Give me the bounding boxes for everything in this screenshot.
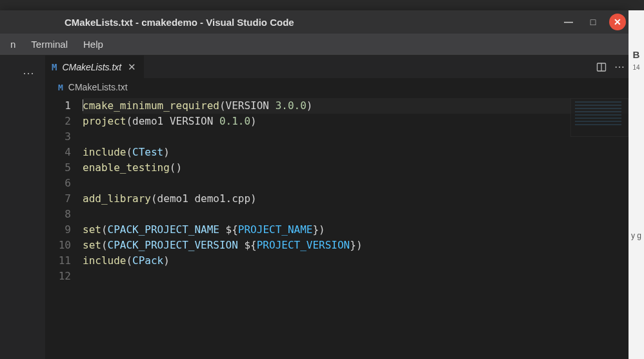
sidebar-more-icon[interactable]: ⋯ xyxy=(12,61,45,85)
line-number: 2 xyxy=(45,114,71,129)
token-txt: VERSION xyxy=(226,99,276,112)
token-var: CTest xyxy=(132,146,163,158)
background-label: B xyxy=(633,10,640,60)
window-title: CMakeLists.txt - cmakedemo - Visual Stud… xyxy=(65,17,294,28)
code-line[interactable]: add_library(demo1 demo1.cpp) xyxy=(83,191,629,207)
background-page: 14 xyxy=(632,64,639,71)
token-var: CPACK_PROJECT_NAME xyxy=(108,223,226,236)
code-line[interactable]: enable_testing() xyxy=(83,160,629,176)
menu-item-run-truncated[interactable]: n xyxy=(3,36,23,52)
code-line[interactable]: cmake_minimum_required(VERSION 3.0.0) xyxy=(83,98,629,114)
close-icon[interactable]: ✕ xyxy=(126,60,137,74)
line-number: 1 xyxy=(45,98,71,114)
menu-item-help[interactable]: Help xyxy=(75,36,111,52)
token-num: 0.1.0 xyxy=(219,115,250,127)
token-txt: ) xyxy=(250,115,257,127)
token-txt: ) xyxy=(250,192,257,205)
background-window-edge: B 14 y g xyxy=(629,10,644,359)
line-number: 10 xyxy=(45,238,71,253)
code-editor[interactable]: 123456789101112 cmake_minimum_required(V… xyxy=(45,96,629,359)
token-txt: } xyxy=(350,239,356,251)
line-number: 11 xyxy=(45,253,71,269)
line-number: 8 xyxy=(45,207,71,222)
token-txt: ( xyxy=(126,115,132,127)
line-number: 12 xyxy=(45,269,71,284)
token-fn: include xyxy=(83,146,126,158)
token-fn: set xyxy=(83,223,101,236)
code-line[interactable]: set(CPACK_PROJECT_NAME ${PROJECT_NAME}) xyxy=(83,222,629,238)
close-button[interactable]: ✕ xyxy=(609,14,626,30)
token-txt: VERSION xyxy=(170,115,219,127)
background-side-text: y g xyxy=(631,231,641,240)
token-txt: demo1 demo1.cpp xyxy=(157,192,251,205)
token-txt: ${ xyxy=(226,223,238,236)
maximize-button[interactable]: □ xyxy=(585,14,601,30)
workbench: ⋯ M CMakeLists.txt ✕ ⋯ xyxy=(0,56,629,359)
token-txt: ( xyxy=(126,146,132,158)
editor-actions: ⋯ xyxy=(596,56,625,78)
token-txt: ( xyxy=(219,99,226,112)
token-fn: set xyxy=(83,239,101,251)
code-line[interactable]: include(CTest) xyxy=(83,145,629,160)
token-txt: ( xyxy=(126,254,132,267)
code-line[interactable]: project(demo1 VERSION 0.1.0) xyxy=(83,114,629,129)
line-number: 7 xyxy=(45,191,71,207)
token-ref: PROJECT_NAME xyxy=(238,223,313,236)
token-fn: enable_testing xyxy=(83,161,170,174)
token-fn: cmake_minimum_required xyxy=(83,99,219,112)
minimize-button[interactable]: — xyxy=(560,14,577,30)
more-actions-icon[interactable]: ⋯ xyxy=(614,61,625,73)
explorer-sidebar: ⋯ xyxy=(0,56,45,359)
token-txt: ) xyxy=(356,239,363,251)
token-txt: ) xyxy=(163,146,170,158)
token-txt: } xyxy=(312,223,319,236)
cmake-file-icon: M xyxy=(58,83,63,92)
minimap[interactable] xyxy=(570,98,629,137)
token-txt: ) xyxy=(319,223,325,236)
token-txt: ) xyxy=(163,254,170,267)
line-number: 9 xyxy=(45,222,71,238)
line-number: 5 xyxy=(45,160,71,176)
token-fn: project xyxy=(83,115,126,127)
cmake-file-icon: M xyxy=(52,62,57,72)
vscode-window: CMakeLists.txt - cmakedemo - Visual Stud… xyxy=(0,10,629,359)
editor-group: M CMakeLists.txt ✕ ⋯ M CMakeLists. xyxy=(45,56,629,359)
code-line[interactable]: set(CPACK_PROJECT_VERSION ${PROJECT_VERS… xyxy=(83,238,629,253)
code-line[interactable] xyxy=(83,269,629,284)
token-txt: ( xyxy=(101,239,108,251)
title-bar[interactable]: CMakeLists.txt - cmakedemo - Visual Stud… xyxy=(0,10,629,34)
token-txt: demo1 xyxy=(132,115,170,127)
token-fn: add_library xyxy=(83,192,151,205)
code-line[interactable] xyxy=(83,176,629,191)
split-editor-icon[interactable] xyxy=(596,62,607,72)
token-txt: () xyxy=(170,161,182,174)
tab-cmakelists[interactable]: M CMakeLists.txt ✕ xyxy=(45,56,145,78)
tab-label: CMakeLists.txt xyxy=(62,62,121,72)
tab-bar: M CMakeLists.txt ✕ ⋯ xyxy=(45,56,629,79)
token-var: CPACK_PROJECT_VERSION xyxy=(108,239,245,251)
line-number: 4 xyxy=(45,145,71,160)
menu-item-terminal[interactable]: Terminal xyxy=(23,36,75,52)
token-var: CPack xyxy=(132,254,163,267)
code-line[interactable] xyxy=(83,129,629,145)
token-txt: ( xyxy=(151,192,157,205)
token-txt: ) xyxy=(307,99,313,112)
code-line[interactable] xyxy=(83,207,629,222)
breadcrumb-label: CMakeLists.txt xyxy=(68,82,128,92)
token-txt: ${ xyxy=(244,239,256,251)
menu-bar: n Terminal Help xyxy=(0,34,629,56)
code-content[interactable]: cmake_minimum_required(VERSION 3.0.0)pro… xyxy=(83,96,629,359)
line-number: 3 xyxy=(45,129,71,145)
code-line[interactable]: include(CPack) xyxy=(83,253,629,269)
window-controls: — □ ✕ xyxy=(560,10,626,34)
token-ref: PROJECT_VERSION xyxy=(257,239,350,251)
breadcrumb[interactable]: M CMakeLists.txt xyxy=(45,79,629,96)
token-num: 3.0.0 xyxy=(276,99,307,112)
line-number: 6 xyxy=(45,176,71,191)
token-txt: ( xyxy=(101,223,108,236)
line-number-gutter: 123456789101112 xyxy=(45,96,83,359)
token-fn: include xyxy=(83,254,126,267)
